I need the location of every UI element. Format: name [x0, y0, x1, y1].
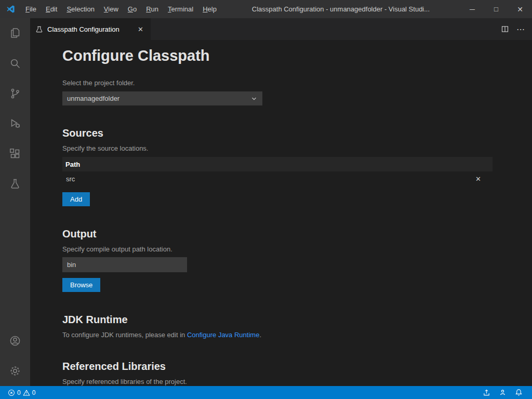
minimize-icon[interactable]: ─: [460, 0, 484, 18]
menu-view[interactable]: View: [99, 0, 123, 18]
settings-button[interactable]: [0, 356, 30, 386]
window-controls: ─ □ ✕: [460, 0, 532, 18]
testing-beaker-icon: [9, 178, 21, 190]
feedback-icon[interactable]: [495, 389, 511, 396]
activity-bar-bottom: [0, 326, 30, 386]
menu-go[interactable]: Go: [123, 0, 141, 18]
settings-gear-icon: [9, 365, 21, 377]
status-bar-right: [478, 389, 527, 396]
jdk-runtime-heading: JDK Runtime: [62, 314, 532, 326]
error-icon: [8, 389, 15, 396]
project-folder-dropdown[interactable]: unmanagedfolder: [62, 91, 262, 105]
tab-bar: Classpath Configuration ✕ ⋯: [30, 18, 532, 40]
notifications-bell-icon[interactable]: [511, 389, 527, 396]
files-icon: [9, 27, 21, 39]
sidebar-item-testing[interactable]: [0, 169, 30, 199]
status-bar: 0 0: [0, 386, 532, 399]
add-source-button[interactable]: Add: [62, 192, 90, 206]
maximize-icon[interactable]: □: [484, 0, 508, 18]
source-control-icon: [9, 87, 21, 100]
remove-source-icon[interactable]: ✕: [475, 175, 481, 183]
search-icon: [9, 57, 21, 70]
account-button[interactable]: [0, 326, 30, 356]
activity-bar: [0, 18, 30, 386]
editor-actions: ⋯: [501, 18, 532, 40]
sources-description: Specify the source locations.: [62, 144, 532, 152]
menu-help[interactable]: Help: [198, 0, 221, 18]
tab-close-icon[interactable]: ✕: [136, 24, 145, 34]
tab-label: Classpath Configuration: [47, 25, 136, 33]
project-folder-value: unmanagedfolder: [67, 95, 119, 102]
project-folder-label: Select the project folder.: [62, 79, 532, 87]
referenced-libraries-heading: Referenced Libraries: [62, 361, 532, 373]
jdk-text-after: .: [259, 331, 261, 339]
run-debug-icon: [9, 117, 21, 130]
share-icon[interactable]: [478, 389, 495, 396]
sidebar-item-extensions[interactable]: [0, 139, 30, 169]
main-area: Classpath Configuration ✕ ⋯ Configure Cl…: [0, 18, 532, 386]
split-editor-icon[interactable]: [501, 25, 509, 33]
chevron-down-icon: [250, 95, 258, 102]
tab-classpath-configuration[interactable]: Classpath Configuration ✕: [30, 18, 151, 40]
page-title: Configure Classpath: [62, 47, 532, 64]
source-path-value: src: [66, 175, 75, 183]
more-actions-icon[interactable]: ⋯: [516, 24, 525, 34]
sidebar-item-explorer[interactable]: [0, 18, 30, 48]
warning-count: 0: [32, 389, 36, 396]
error-count: 0: [17, 389, 21, 396]
status-bar-left: 0 0: [5, 389, 38, 396]
sidebar-item-run-debug[interactable]: [0, 109, 30, 139]
menu-selection[interactable]: Selection: [62, 0, 99, 18]
account-icon: [9, 335, 21, 347]
sources-column-header: Path: [62, 157, 493, 171]
browse-output-button[interactable]: Browse: [62, 278, 100, 292]
window-title: Classpath Configuration - unmanagedfolde…: [221, 5, 460, 13]
menu-file[interactable]: File: [21, 0, 41, 18]
classpath-configuration-view: Configure Classpath Select the project f…: [30, 40, 532, 386]
extensions-icon: [9, 148, 21, 160]
vscode-logo-icon: [0, 0, 21, 18]
menu-run[interactable]: Run: [141, 0, 163, 18]
classpath-config-icon: [35, 25, 43, 33]
sidebar-item-source-control[interactable]: [0, 78, 30, 109]
referenced-libraries-description: Specify referenced libraries of the proj…: [62, 378, 532, 385]
warning-icon: [23, 389, 30, 396]
sources-heading: Sources: [62, 127, 532, 139]
jdk-text-before: To configure JDK runtimes, please edit i…: [62, 331, 187, 339]
close-icon[interactable]: ✕: [508, 0, 532, 18]
output-heading: Output: [62, 228, 532, 240]
sidebar-item-search[interactable]: [0, 48, 30, 78]
titlebar: File Edit Selection View Go Run Terminal…: [0, 0, 532, 18]
jdk-runtime-text: To configure JDK runtimes, please edit i…: [62, 331, 532, 339]
sources-table: Path src ✕: [62, 157, 493, 187]
menu-terminal[interactable]: Terminal: [163, 0, 198, 18]
output-path-input[interactable]: [62, 257, 187, 272]
menubar: File Edit Selection View Go Run Terminal…: [21, 0, 221, 18]
configure-java-runtime-link[interactable]: Configure Java Runtime: [187, 331, 259, 339]
problems-indicator[interactable]: 0 0: [5, 389, 38, 396]
editor-group: Classpath Configuration ✕ ⋯ Configure Cl…: [30, 18, 532, 386]
menu-edit[interactable]: Edit: [41, 0, 62, 18]
output-description: Specify compile output path location.: [62, 245, 532, 253]
table-row: src ✕: [62, 171, 493, 187]
